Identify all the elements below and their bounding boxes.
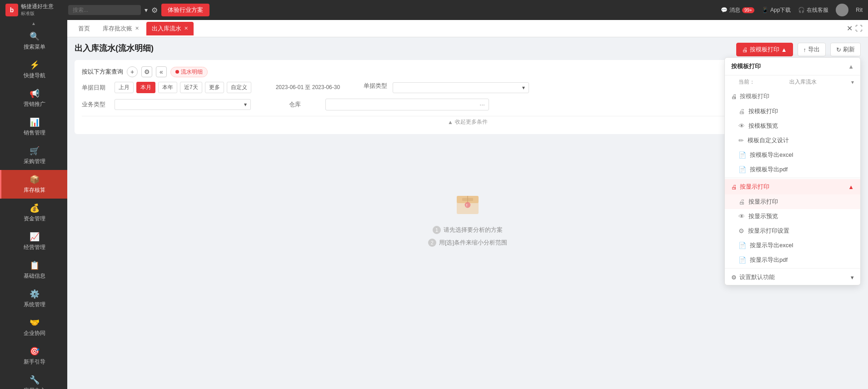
sidebar-item-quick-nav[interactable]: ⚡ 快捷导航 xyxy=(0,55,67,84)
date-filter-label: 单据日期 xyxy=(82,84,109,92)
sidebar-label-finance: 资金管理 xyxy=(24,215,45,223)
template-pdf-icon: 📄 xyxy=(738,166,746,173)
collapse-left-btn[interactable]: « xyxy=(156,66,167,77)
print-template-label: 按模板打印 xyxy=(750,45,779,54)
template-excel-icon: 📄 xyxy=(738,151,746,159)
empty-step-2: 2 用[选]条件来缩小分析范围 xyxy=(428,239,507,247)
dropdown-item-template-pdf[interactable]: 📄 按模板导出pdf xyxy=(725,162,860,177)
industry-btn[interactable]: 体验行业方案 xyxy=(161,4,210,16)
message-btn[interactable]: 💬 消息 99+ xyxy=(721,6,754,14)
biz-type-select[interactable]: ▾ xyxy=(115,99,251,110)
active-tag-dot xyxy=(175,70,179,74)
sidebar-label-guide: 新手引导 xyxy=(24,358,45,366)
dropdown-title: 按模板打印 xyxy=(731,62,761,70)
dropdown-item-display-pdf[interactable]: 📄 按显示导出pdf xyxy=(725,253,860,267)
dropdown-item-template-excel[interactable]: 📄 按模板导出excel xyxy=(725,148,860,162)
header-gear-btn[interactable]: ⚙ xyxy=(151,6,158,15)
tab-maximize-btn[interactable]: ⛶ xyxy=(855,25,863,33)
sidebar-item-cooperation[interactable]: 🤝 企业协同 xyxy=(0,313,67,342)
sidebar-item-system[interactable]: ⚙️ 系统管理 xyxy=(0,284,67,313)
active-filter-tag[interactable]: 流水明细 xyxy=(170,67,208,77)
basic-icon: 📋 xyxy=(30,260,40,270)
dropdown-item-template-design[interactable]: ✏ 模板自定义设计 xyxy=(725,133,860,148)
sidebar-label-apps: 应用中心 xyxy=(24,387,45,389)
sidebar-label-quick-nav: 快捷导航 xyxy=(24,72,45,80)
export-btn[interactable]: ↑ 导出 xyxy=(798,43,826,56)
tab-batch-account-label: 库存批次账 xyxy=(103,25,132,33)
date-range-text: 2023-06-01 至 2023-06-30 xyxy=(276,84,340,91)
dropdown-item-display-print[interactable]: 🖨 按显示打印 xyxy=(725,194,860,209)
tab-batch-account-close[interactable]: ✕ xyxy=(135,25,139,31)
tab-close-all-btn[interactable]: ✕ xyxy=(847,24,853,33)
dropdown-divider xyxy=(725,178,860,178)
message-label: 消息 xyxy=(729,6,740,14)
date-btn-custom[interactable]: 自定义 xyxy=(227,82,251,93)
warehouse-more-btn[interactable]: ··· xyxy=(479,101,485,108)
default-section-label: 设置默认功能 xyxy=(739,273,775,281)
tab-flow-close[interactable]: ✕ xyxy=(184,25,188,31)
sidebar-label-marketing: 营销推广 xyxy=(24,100,45,108)
app-download-btn[interactable]: 📱 App下载 xyxy=(762,6,791,14)
type-filter-select[interactable]: ▾ xyxy=(393,82,529,93)
sidebar-item-basic[interactable]: 📋 基础信息 xyxy=(0,256,67,284)
display-section-header[interactable]: 🖨 按显示打印 ▲ xyxy=(725,179,860,194)
date-btn-this-month[interactable]: 本月 xyxy=(136,82,155,93)
date-btn-7days[interactable]: 近7天 xyxy=(180,82,202,93)
sidebar-label-cooperation: 企业协同 xyxy=(24,329,45,337)
date-btn-more[interactable]: 更多 xyxy=(205,82,224,93)
dropdown-item-display-preview[interactable]: 👁 按显示预览 xyxy=(725,209,860,224)
filter-settings-btn[interactable]: ⚙ xyxy=(141,66,152,77)
display-chevron-up: ▲ xyxy=(848,184,854,190)
template-design-icon: ✏ xyxy=(738,137,744,144)
headset-icon: 🎧 xyxy=(798,7,805,13)
sidebar-label-system: 系统管理 xyxy=(24,301,45,309)
dropdown-item-template-print[interactable]: 🖨 按模板打印 xyxy=(725,104,860,119)
tab-batch-account[interactable]: 库存批次账 ✕ xyxy=(97,22,145,35)
warehouse-input[interactable]: ··· xyxy=(325,99,489,110)
template-preview-label: 按模板预览 xyxy=(748,122,778,130)
sidebar-item-sales[interactable]: 📊 销售管理 xyxy=(0,113,67,141)
sidebar-label-inventory: 库存核算 xyxy=(24,186,45,194)
refresh-btn[interactable]: ↻ 刷新 xyxy=(830,43,861,56)
dropdown-divider-2 xyxy=(725,268,860,269)
sidebar-item-apps[interactable]: 🔧 应用中心 xyxy=(0,370,67,389)
date-btn-last-month[interactable]: 上月 xyxy=(115,82,134,93)
sales-icon: 📊 xyxy=(30,117,40,127)
display-section-icon: 🖨 xyxy=(731,184,737,190)
dropdown-item-display-settings[interactable]: ⚙ 按显示打印设置 xyxy=(725,224,860,238)
display-pdf-icon: 📄 xyxy=(738,256,746,264)
header-search-input[interactable] xyxy=(68,5,141,15)
sidebar-item-guide[interactable]: 🎯 新手引导 xyxy=(0,342,67,370)
template-section-header[interactable]: 🖨 按模板打印 xyxy=(725,89,860,104)
search-plan-label: 按以下方案查询 xyxy=(82,68,123,76)
display-settings-label: 按显示打印设置 xyxy=(748,227,789,235)
add-filter-btn[interactable]: + xyxy=(127,66,138,77)
sidebar-item-marketing[interactable]: 📢 营销推广 xyxy=(0,84,67,113)
header-dropdown-btn[interactable]: ▾ xyxy=(145,6,148,14)
display-print-label: 按显示打印 xyxy=(748,198,778,206)
current-label: 当前： xyxy=(738,78,755,86)
display-print-icon: 🖨 xyxy=(738,198,745,205)
dropdown-item-display-excel[interactable]: 📄 按显示导出excel xyxy=(725,238,860,253)
print-chevron-up-icon: ▲ xyxy=(781,46,787,53)
dropdown-item-template-preview[interactable]: 👁 按模板预览 xyxy=(725,119,860,133)
print-template-btn[interactable]: 🖨 按模板打印 ▲ xyxy=(736,43,793,56)
sidebar-item-purchase[interactable]: 🛒 采购管理 xyxy=(0,141,67,170)
display-pdf-label: 按显示导出pdf xyxy=(750,256,788,264)
tab-flow[interactable]: 出入库流水 ✕ xyxy=(146,22,194,35)
customer-service-btn[interactable]: 🎧 在线客服 xyxy=(798,6,828,14)
apps-icon: 🔧 xyxy=(30,375,40,385)
sidebar-item-inventory[interactable]: 📦 库存核算 xyxy=(0,170,67,199)
refresh-icon: ↻ xyxy=(836,46,841,53)
date-btn-this-year[interactable]: 本年 xyxy=(158,82,177,93)
avatar[interactable] xyxy=(836,4,848,16)
sidebar-scroll-up[interactable]: ▲ xyxy=(0,20,67,27)
sidebar-item-finance[interactable]: 💰 资金管理 xyxy=(0,199,67,227)
sidebar-item-search[interactable]: 🔍 搜索菜单 xyxy=(0,27,67,55)
dropdown-panel-header: 按模板打印 ▲ xyxy=(725,58,860,75)
sidebar-item-operations[interactable]: 📈 经营管理 xyxy=(0,227,67,256)
default-section-header[interactable]: ⚙ 设置默认功能 ▾ xyxy=(725,269,860,285)
sidebar-label-sales: 销售管理 xyxy=(24,129,45,137)
tab-home[interactable]: 首页 xyxy=(73,22,95,35)
dropdown-close-chevron[interactable]: ▲ xyxy=(848,63,854,70)
